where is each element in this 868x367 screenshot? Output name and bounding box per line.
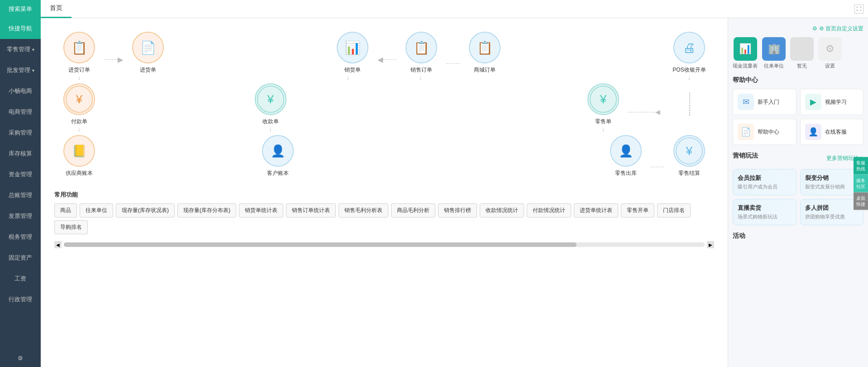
circle-customer-account[interactable]: 👤 <box>262 135 294 167</box>
sidebar-item-3[interactable]: 小畅电商 <box>0 81 41 101</box>
sidebar-item-10[interactable]: 税务管理 <box>0 227 41 247</box>
node-payment[interactable]: ¥ 付款单 <box>54 83 104 126</box>
func-button[interactable]: 导购排名 <box>54 220 88 234</box>
circle-retail[interactable]: ¥ <box>587 83 619 115</box>
label-retail: 零售单 <box>595 118 611 126</box>
activity-title: 活动 <box>733 232 863 240</box>
circle-purchase-order[interactable]: 📋 <box>63 32 95 63</box>
quick-icons: 📊现金流量表🏢往来单位暂无⚙设置 <box>733 37 863 69</box>
circle-supplier-account[interactable]: 📒 <box>63 135 95 167</box>
sidebar-item-2[interactable]: 批发管理 ▾ <box>0 60 41 81</box>
node-purchase-order[interactable]: 📋 进货订单 <box>54 32 104 74</box>
marketing-item-title: 直播卖货 <box>738 204 792 212</box>
node-receipt[interactable]: ¥ 收款单 <box>246 83 296 126</box>
help-grid: ✉新手入门▶视频学习📄帮助中心👤在线客服 <box>733 89 863 145</box>
label-sales-slip: 销货单 <box>344 66 361 74</box>
sidebar: 快捷导航零售管理 ▾批发管理 ▾小畅电商电商管理采购管理库存核算资金管理总账管理… <box>0 18 41 367</box>
marketing-item[interactable]: 直播卖货场景式购物新玩法 <box>733 199 796 225</box>
func-button[interactable]: 销售毛利分析表 <box>339 203 388 217</box>
float-btn-desktop[interactable]: 桌面快捷 <box>854 193 868 210</box>
customize-label[interactable]: ⚙ 首页自定义设置 <box>819 25 863 32</box>
scroll-right[interactable]: ▶ <box>707 241 714 248</box>
common-functions: 常用功能 商品往来单位现存量(库存状况表)现存量(库存分布表)销货单统计表销售订… <box>45 186 723 239</box>
sidebar-item-4[interactable]: 电商管理 <box>0 101 41 122</box>
quick-icon-item[interactable]: ⚙设置 <box>818 37 842 69</box>
circle-purchase-slip[interactable]: 📄 <box>132 32 164 63</box>
node-supplier-account[interactable]: 📒 供应商账本 <box>54 135 104 177</box>
func-button[interactable]: 销售订单统计表 <box>286 203 336 217</box>
node-retail-settlement[interactable]: ¥ 零售结算 <box>664 135 714 177</box>
quick-icon-item[interactable]: 📊现金流量表 <box>733 37 758 69</box>
circle-sales-order[interactable]: 📋 <box>405 32 437 63</box>
node-mall-order[interactable]: 📋 商城订单 <box>460 32 510 74</box>
func-button[interactable]: 销售排行榜 <box>438 203 477 217</box>
sidebar-item-9[interactable]: 发票管理 <box>0 206 41 227</box>
sidebar-item-8[interactable]: 总账管理 <box>0 185 41 206</box>
circle-retail-settlement[interactable]: ¥ <box>673 135 705 167</box>
scroll-track[interactable] <box>64 242 705 247</box>
common-functions-title: 常用功能 <box>54 191 714 199</box>
tab-home[interactable]: 首页 <box>41 0 72 18</box>
node-retail[interactable]: ¥ 零售单 <box>578 83 628 126</box>
marketing-item-title: 裂变分销 <box>805 174 859 182</box>
func-button[interactable]: 现存量(库存状况表) <box>116 203 175 217</box>
func-button[interactable]: 门店排名 <box>657 203 691 217</box>
home-customize[interactable]: ⚙ ⚙ 首页自定义设置 <box>733 23 863 37</box>
quick-icon-label: 暂无 <box>797 63 807 69</box>
sidebar-item-0[interactable]: 快捷导航 <box>0 18 41 39</box>
sidebar-item-13[interactable]: 行政管理 <box>0 289 41 310</box>
sidebar-item-7[interactable]: 资金管理 <box>0 164 41 185</box>
float-btn-community[interactable]: 服务社区 <box>854 175 868 193</box>
float-btn-service[interactable]: 客服热线 <box>854 157 868 175</box>
quick-icon-box: 🏢 <box>762 37 786 61</box>
circle-payment[interactable]: ¥ <box>63 83 95 115</box>
func-button[interactable]: 零售开单 <box>621 203 654 217</box>
help-icon: 📄 <box>738 124 754 140</box>
quick-icon-label: 现金流量表 <box>733 63 758 69</box>
sidebar-settings[interactable]: ⚙ <box>0 349 41 367</box>
search-menu-button[interactable]: 搜索菜单 <box>0 0 41 18</box>
scroll-left[interactable]: ◀ <box>54 241 62 248</box>
func-button[interactable]: 现存量(库存分布表) <box>177 203 236 217</box>
quick-icon-label: 设置 <box>825 63 835 69</box>
node-retail-outbound[interactable]: 👤 零售出库 <box>601 135 651 177</box>
circle-mall-order[interactable]: 📋 <box>469 32 501 63</box>
func-button[interactable]: 销货单统计表 <box>239 203 283 217</box>
circle-sales-slip[interactable]: 📊 <box>337 32 368 63</box>
sidebar-item-5[interactable]: 采购管理 <box>0 122 41 143</box>
sidebar-item-12[interactable]: 工资 <box>0 268 41 289</box>
quick-icon-item[interactable]: 暂无 <box>790 37 814 69</box>
sidebar-item-1[interactable]: 零售管理 ▾ <box>0 39 41 60</box>
activity-section: 活动 <box>733 232 863 240</box>
help-item[interactable]: 📄帮助中心 <box>733 119 796 145</box>
label-pos: POS收银开单 <box>672 66 706 74</box>
node-customer-account[interactable]: 👤 客户账本 <box>253 135 303 177</box>
gear-icon: ⚙ <box>812 25 817 32</box>
marketing-item[interactable]: 会员拉新吸引用户成为会员 <box>733 169 796 195</box>
help-item[interactable]: ▶视频学习 <box>800 89 864 115</box>
help-item[interactable]: ✉新手入门 <box>733 89 796 115</box>
node-sales-slip[interactable]: 📊 销货单 <box>328 32 377 74</box>
help-icon: ✉ <box>738 94 754 110</box>
expand-icon[interactable]: ⛶ <box>854 5 863 14</box>
circle-receipt[interactable]: ¥ <box>255 83 286 115</box>
func-button[interactable]: 进货单统计表 <box>574 203 618 217</box>
help-item[interactable]: 👤在线客服 <box>800 119 864 145</box>
func-button[interactable]: 往来单位 <box>80 203 113 217</box>
node-sales-order[interactable]: 📋 销售订单 <box>396 32 446 74</box>
label-receipt: 收款单 <box>262 118 279 126</box>
node-purchase-slip[interactable]: 📄 进货单 <box>123 32 173 74</box>
help-label: 在线客服 <box>825 128 847 136</box>
func-button[interactable]: 商品 <box>54 203 77 217</box>
sidebar-item-11[interactable]: 固定资产 <box>0 247 41 268</box>
chevron-down-icon: ▾ <box>32 68 34 73</box>
quick-icon-item[interactable]: 🏢往来单位 <box>762 37 786 69</box>
circle-pos[interactable]: 🖨 <box>673 32 705 63</box>
circle-retail-outbound[interactable]: 👤 <box>610 135 642 167</box>
sidebar-item-6[interactable]: 库存核算 <box>0 143 41 164</box>
func-button[interactable]: 收款情况统计 <box>480 203 524 217</box>
func-button[interactable]: 付款情况统计 <box>527 203 571 217</box>
main-panel: 📋 进货订单 ▶ 📄 进货单 <box>41 18 728 367</box>
node-pos[interactable]: 🖨 POS收银开单 <box>664 32 714 74</box>
func-button[interactable]: 商品毛利分析 <box>391 203 435 217</box>
